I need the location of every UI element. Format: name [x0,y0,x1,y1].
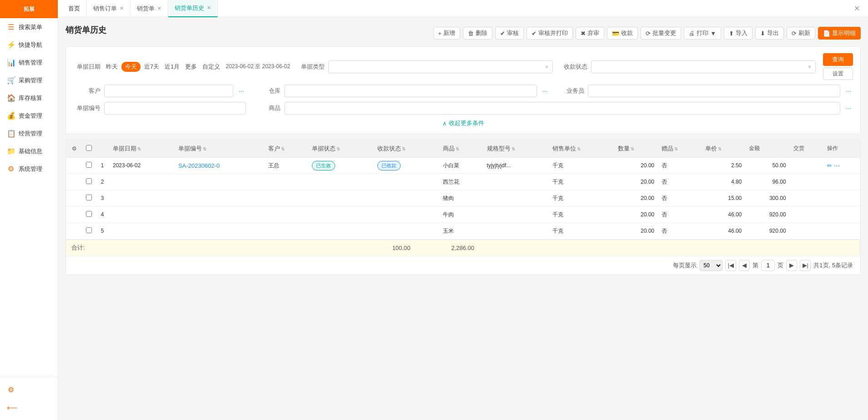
prev-page-btn[interactable]: ◀ [739,260,750,271]
more-action-icon[interactable]: ⋯ [834,162,840,169]
gear-column-header[interactable]: ⚙ [66,140,82,157]
sidebar-item-base-info[interactable]: 📁 基础信息 [0,142,58,160]
row-checkbox[interactable] [82,157,95,174]
row-action [823,206,860,223]
page-size-select[interactable]: 20 50 100 [699,260,722,271]
row-goods: 西兰花 [439,174,483,190]
row-checkbox[interactable] [82,223,95,239]
sidebar-collapse-icon[interactable]: ⟵ [0,399,58,416]
staff-input[interactable] [588,85,841,97]
doc-type-input[interactable] [328,60,553,73]
sidebar-item-stock-calc[interactable]: 🏠 库存核算 [0,89,58,107]
date-today[interactable]: 今天 [121,62,140,72]
doc-status-column-header[interactable]: 单据状态⇅ [308,140,374,157]
row-qty: 20.00 [614,174,658,190]
tab-sales-goods[interactable]: 销货单 ✕ [130,0,168,17]
audit-button[interactable]: ✔ 审核 [495,27,524,40]
row-doc-date [109,223,175,239]
show-detail-button[interactable]: 📄 显示明细 [818,27,861,40]
customer-sort-icon: ⇅ [281,146,285,151]
delete-button[interactable]: 🗑 删除 [463,27,492,40]
receive-button[interactable]: 💳 收款 [607,27,638,40]
date-yesterday[interactable]: 昨天 [104,62,120,72]
setting-button[interactable]: 设置 [823,68,853,80]
pay-status-column-header[interactable]: 收款状态⇅ [374,140,439,157]
row-gear [66,174,82,190]
biz-icon: 📋 [7,129,15,138]
pay-status-input[interactable] [591,60,816,73]
last-page-btn[interactable]: ▶| [800,260,811,271]
refresh-label: 刷新 [798,29,810,37]
edit-action-icon[interactable]: ✏ [827,162,832,169]
collapse-row[interactable]: ∧ 收起更多条件 [73,119,853,127]
page-num-input[interactable] [761,260,775,271]
row-checkbox[interactable] [82,174,95,190]
delete-label: 删除 [476,29,487,37]
goods-column-header[interactable]: 商品⇅ [439,140,483,157]
sidebar-item-quick-nav[interactable]: ⚡ 快捷导航 [0,36,58,54]
tab-sales-order-close[interactable]: ✕ [120,5,124,11]
next-page-btn[interactable]: ▶ [786,260,797,271]
sidebar-item-search-menu[interactable]: ☰ 搜索菜单 [0,18,58,36]
audit-print-button[interactable]: ✔ 审核并打印 [527,27,573,40]
doc-num-input[interactable] [104,102,246,115]
row-doc-status: 已生效 [308,157,374,174]
price-column-header[interactable]: 单价⇅ [702,140,745,157]
first-page-btn[interactable]: |◀ [725,260,736,271]
customer-more-btn[interactable]: ··· [237,87,246,95]
warehouse-input[interactable] [284,85,537,97]
date-7days[interactable]: 近7天 [142,62,161,72]
tab-sales-history[interactable]: 销货单历史 ✕ [168,0,218,17]
tab-sales-goods-label: 销货单 [137,5,155,13]
doc-num-label: 单据编号 [73,104,100,112]
customer-input[interactable] [104,85,233,97]
batch-change-button[interactable]: ⟳ 批量变更 [641,27,681,40]
add-label: 新增 [443,29,455,37]
date-more[interactable]: 更多 [183,62,199,72]
sidebar-item-purchase-mgmt[interactable]: 🛒 采购管理 [0,71,58,89]
goods-input[interactable] [284,102,840,115]
row-doc-num [175,206,265,223]
row-amount: 50.00 [745,157,789,174]
tab-sales-goods-close[interactable]: ✕ [157,5,161,11]
import-button[interactable]: ⬆ 导入 [724,27,753,40]
spec-column-header[interactable]: 规格型号⇅ [483,140,549,157]
sidebar-item-biz-mgmt[interactable]: 📋 经营管理 [0,125,58,142]
tab-sales-history-close[interactable]: ✕ [207,5,211,11]
customer-column-header[interactable]: 客户⇅ [265,140,308,157]
row-customer: 王总 [265,157,308,174]
row-checkbox[interactable] [82,206,95,223]
doc-num-column-header[interactable]: 单据编号⇅ [175,140,265,157]
row-checkbox[interactable] [82,190,95,206]
query-button[interactable]: 查询 [823,53,853,66]
export-button[interactable]: ⬇ 导出 [755,27,784,40]
row-price: 46.00 [702,223,745,239]
sidebar-item-sales-mgmt[interactable]: 📊 销售管理 [0,54,58,71]
tab-home-label: 首页 [68,5,80,13]
refresh-button[interactable]: ⟳ 刷新 [787,27,815,40]
doc-date-column-header[interactable]: 单据日期⇅ [109,140,175,157]
gift-column-header[interactable]: 赠品⇅ [658,140,702,157]
select-all-checkbox[interactable] [86,145,92,151]
tab-sales-order[interactable]: 销售订单 ✕ [87,0,130,17]
sidebar-item-finance-mgmt[interactable]: 💰 资金管理 [0,107,58,125]
discard-button[interactable]: ✖ 弃审 [576,27,604,40]
add-button[interactable]: + 新增 [433,27,461,40]
receive-icon: 💳 [612,30,619,37]
sidebar-settings-icon[interactable]: ⚙ [0,381,58,399]
qty-column-header[interactable]: 数量⇅ [614,140,658,157]
sidebar-item-sys-mgmt[interactable]: ⚙ 系统管理 [0,160,58,178]
warehouse-more-btn[interactable]: ··· [541,87,550,95]
doc-num-link[interactable]: SA-20230602-0 [178,162,220,169]
goods-more-btn[interactable]: ··· [844,105,853,112]
audit-label: 审核 [507,29,519,37]
unit-column-header[interactable]: 销售单位⇅ [549,140,614,157]
staff-more-btn[interactable]: ··· [844,87,853,95]
tab-bar-close[interactable]: ✕ [849,4,864,13]
row-amount: 920.00 [745,206,789,223]
tab-home[interactable]: 首页 [62,0,87,17]
print-button[interactable]: 🖨 打印 ▼ [684,27,721,40]
date-1month[interactable]: 近1月 [163,62,181,72]
date-custom[interactable]: 自定义 [201,62,222,72]
row-doc-num: SA-20230602-0 [175,157,265,174]
